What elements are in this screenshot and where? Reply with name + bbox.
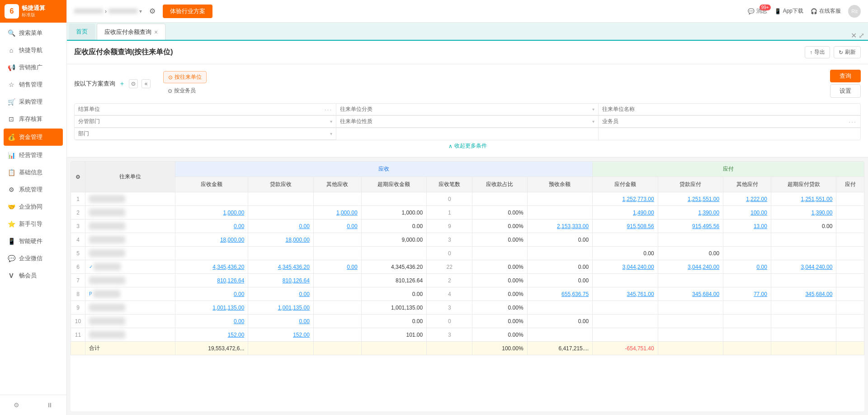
table-cell[interactable]: 345,761.00 [593, 287, 658, 301]
sidebar-item-sales[interactable]: ☆ 销售管理 [0, 76, 66, 93]
unit-nature-input[interactable]: ▾ [376, 119, 594, 124]
table-cell[interactable]: 1,390.00 [658, 206, 723, 219]
table-cell[interactable]: 0.00 [248, 219, 314, 233]
table-cell[interactable]: 0.00 [175, 315, 248, 328]
table-cell[interactable]: 655,636.75 [527, 287, 593, 301]
settlement-dots[interactable]: ··· [325, 106, 333, 113]
table-cell[interactable]: 3,044,240.00 [771, 260, 836, 274]
table-cell[interactable]: 1,000.00 [175, 206, 248, 219]
table-cell[interactable]: 1,490.00 [593, 206, 658, 219]
table-cell[interactable]: 1,251,551.00 [771, 192, 836, 206]
sidebar-item-member[interactable]: V 畅会员 [0, 267, 66, 284]
sidebar-item-basic-info[interactable]: 📋 基础信息 [0, 164, 66, 181]
sidebar-item-label: 基础信息 [19, 168, 42, 176]
table-cell[interactable]: 0.00 [313, 219, 361, 233]
table-cell: 0.00% [472, 328, 527, 342]
sidebar-collapse-btn[interactable]: ⏸ [41, 399, 58, 411]
filter-collapse-btn[interactable]: ∧ 收起更多条件 [74, 140, 861, 152]
table-cell[interactable]: 345,684.00 [658, 287, 723, 301]
department-input[interactable]: ▾ [113, 131, 332, 136]
col-settings[interactable]: ⚙ [71, 162, 85, 192]
table-cell[interactable]: 152.00 [248, 328, 314, 342]
query-button[interactable]: 查询 [830, 70, 861, 82]
tab-close-btn[interactable]: × [154, 29, 158, 36]
filter-add-btn[interactable]: ＋ [119, 80, 125, 88]
salesperson-dots[interactable]: ··· [849, 118, 857, 125]
sidebar-item-inventory[interactable]: ⊡ 库存核算 [0, 110, 66, 128]
export-button[interactable]: ↑ 导出 [805, 46, 830, 58]
table-cell[interactable]: 13.00 [723, 219, 771, 233]
user-menu[interactable]: Rit [848, 5, 861, 18]
sidebar-item-search[interactable]: 🔍 搜索菜单 [0, 24, 66, 42]
table-cell[interactable]: 1,222.00 [723, 192, 771, 206]
refresh-button[interactable]: ↻ 刷新 [834, 46, 861, 58]
table-cell[interactable]: 0.00 [175, 287, 248, 301]
breadcrumb-text1: XXXXXXXX [74, 8, 103, 14]
table-cell[interactable]: 1,000.00 [313, 206, 361, 219]
table-cell[interactable]: 1,001,135.00 [175, 301, 248, 315]
sidebar-item-finance[interactable]: 💰 资金管理 [4, 129, 63, 146]
table-cell[interactable]: 0.00 [248, 315, 314, 328]
table-cell[interactable]: 18,000.00 [248, 233, 314, 247]
table-cell[interactable]: 0.00 [248, 287, 314, 301]
table-cell[interactable]: 0.00 [313, 260, 361, 274]
table-cell[interactable]: 152.00 [175, 328, 248, 342]
table-cell[interactable]: 0.00 [723, 260, 771, 274]
table-cell[interactable]: 1,390.00 [771, 206, 836, 219]
table-cell[interactable]: 77.00 [723, 287, 771, 301]
table-cell[interactable]: 915,495.56 [658, 219, 723, 233]
header-settings-btn[interactable]: ⚙ [147, 5, 157, 17]
scheme-by-staff[interactable]: ⊙ 按业务员 [163, 85, 207, 96]
settings-button[interactable]: 设置 [830, 84, 861, 98]
table-cell [836, 328, 864, 342]
table-cell[interactable]: 3,044,240.00 [658, 260, 723, 274]
table-cell: 10 [71, 315, 85, 328]
breadcrumb-arrow[interactable]: ▾ [139, 8, 142, 14]
table-cell[interactable]: 0.00 [175, 219, 248, 233]
list-icon: 📋 [7, 169, 15, 176]
online-service-btn[interactable]: 🎧 在线客服 [811, 7, 841, 15]
tab-close-window-btn[interactable]: ✕ [851, 31, 857, 40]
app-download-btn[interactable]: 📱 App下载 [774, 7, 803, 15]
tab-maximize-btn[interactable]: ⤢ [859, 31, 864, 40]
table-cell[interactable]: 810,126.64 [175, 274, 248, 287]
sidebar-item-smart-hw[interactable]: 📱 智能硬件 [0, 233, 66, 250]
table-cell[interactable]: 345,684.00 [771, 287, 836, 301]
col-receivable-group: 应收 [175, 162, 593, 177]
filter-collapse-icon[interactable]: « [142, 79, 151, 88]
sidebar-item-marketing[interactable]: 📢 营销推广 [0, 59, 66, 76]
sidebar-item-purchase[interactable]: 🛒 采购管理 [0, 93, 66, 110]
settlement-unit-input[interactable]: ··· [113, 106, 332, 113]
salesperson-input[interactable]: ··· [637, 118, 857, 125]
unit-category-input[interactable]: ▾ [376, 107, 594, 112]
filter-scheme-icon[interactable]: ⊙ [129, 79, 138, 88]
table-cell[interactable]: 810,126.64 [248, 274, 314, 287]
sidebar-item-system[interactable]: ⚙ 系统管理 [0, 181, 66, 198]
table-cell[interactable]: 915,508.56 [593, 219, 658, 233]
sidebar-item-operations[interactable]: 📊 经营管理 [0, 147, 66, 164]
page-title: 应收应付余额查询(按往来单位) [74, 48, 173, 62]
sidebar-settings-btn[interactable]: ⚙ [8, 399, 25, 411]
unit-name-label: 往来单位名称 [602, 105, 635, 113]
table-cell[interactable]: 1,001,135.00 [248, 301, 314, 315]
scheme-by-unit[interactable]: ⊙ 按往来单位 [163, 71, 207, 83]
sidebar-item-enterprise[interactable]: 🤝 企业协同 [0, 198, 66, 215]
dept-input[interactable]: ▾ [113, 119, 332, 124]
table-cell[interactable]: 3,044,240.00 [593, 260, 658, 274]
sidebar-item-wechat[interactable]: 💬 企业微信 [0, 250, 66, 267]
sidebar-item-quick-nav[interactable]: ⌂ 快捷导航 [0, 42, 66, 59]
notification-btn[interactable]: 💬 消息 99+ [748, 7, 767, 15]
table-cell[interactable]: 18,000.00 [175, 233, 248, 247]
tab-receivable-query[interactable]: 应收应付余额查询 × [97, 24, 165, 40]
table-cell[interactable]: 100.00 [723, 206, 771, 219]
sidebar-item-label: 畅会员 [19, 272, 37, 280]
table-cell[interactable]: 4,345,436.20 [175, 260, 248, 274]
table-cell[interactable]: 1,251,551.00 [658, 192, 723, 206]
scheme-label: 按往来单位 [175, 73, 202, 81]
table-cell[interactable]: 4,345,436.20 [248, 260, 314, 274]
table-cell[interactable]: 1,252,773.00 [593, 192, 658, 206]
tab-home[interactable]: 首页 [69, 24, 95, 40]
cta-button[interactable]: 体验行业方案 [163, 5, 212, 18]
sidebar-item-beginner[interactable]: ⭐ 新手引导 [0, 215, 66, 233]
table-cell[interactable]: 2,153,333.00 [527, 219, 593, 233]
